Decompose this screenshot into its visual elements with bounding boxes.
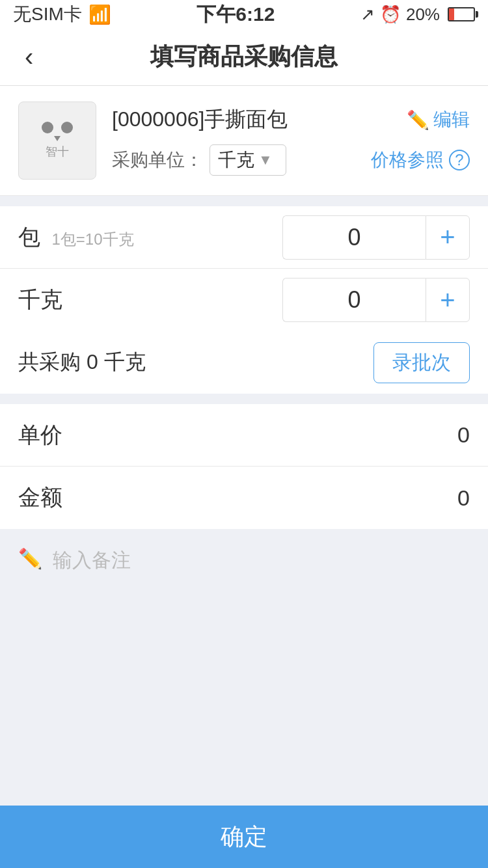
qianke-plus-button[interactable]: + [426, 278, 470, 322]
remark-placeholder: 输入备注 [53, 547, 131, 574]
unit-price-label: 单价 [18, 420, 62, 450]
price-ref-button[interactable]: 价格参照 ? [371, 148, 470, 172]
bao-input-row: 包 1包=10千克 + [0, 206, 488, 269]
unit-price-value: 0 [457, 422, 470, 448]
bao-label: 包 1包=10千克 [18, 223, 282, 252]
help-icon: ? [449, 150, 470, 170]
qianke-field-wrap: + [282, 278, 470, 322]
unit-label: 采购单位： [112, 148, 203, 172]
section-separator-1 [0, 196, 488, 206]
bao-input[interactable] [282, 215, 426, 260]
battery-icon [448, 7, 475, 21]
confirm-button[interactable]: 确定 [221, 821, 267, 853]
batch-button[interactable]: 录批次 [373, 342, 470, 383]
pencil-icon: ✏️ [18, 547, 42, 570]
nav-bar: ‹ 填写商品采购信息 [0, 29, 488, 86]
fill-area [0, 594, 488, 841]
unit-select[interactable]: 千克 ▼ [210, 144, 286, 176]
bao-field-wrap: + [282, 215, 470, 260]
edit-icon: ✏️ [407, 109, 429, 131]
amount-value: 0 [457, 485, 470, 511]
confirm-bar[interactable]: 确定 [0, 806, 488, 868]
qianke-input[interactable] [282, 278, 426, 322]
alarm-icon: ⏰ [380, 5, 401, 25]
edit-button[interactable]: ✏️ 编辑 [407, 107, 470, 132]
product-card: 智十 [0000006]手撕面包 ✏️ 编辑 采购单位： 千克 ▼ 价格参照 ? [0, 86, 488, 196]
amount-row: 金额 0 [0, 467, 488, 529]
back-button[interactable]: ‹ [18, 36, 40, 78]
amount-label: 金额 [18, 483, 62, 513]
status-bar: 无SIM卡 📶 下午6:12 ↗ ⏰ 20% [0, 0, 488, 29]
input-section: 包 1包=10千克 + 千克 + [0, 206, 488, 331]
wifi-icon: 📶 [88, 4, 111, 25]
product-name-row: [0000006]手撕面包 ✏️ 编辑 [112, 105, 470, 134]
remark-section[interactable]: ✏️ 输入备注 [0, 529, 488, 594]
chevron-down-icon: ▼ [258, 152, 273, 169]
section-separator-2 [0, 394, 488, 404]
unit-row: 采购单位： 千克 ▼ 价格参照 ? [112, 144, 470, 176]
qianke-input-row: 千克 + [0, 269, 488, 331]
page-title: 填写商品采购信息 [150, 41, 338, 73]
price-section: 单价 0 金额 0 [0, 404, 488, 529]
qianke-label: 千克 [18, 285, 282, 315]
bao-plus-button[interactable]: + [426, 215, 470, 260]
unit-price-row: 单价 0 [0, 404, 488, 467]
status-right: ↗ ⏰ 20% [360, 5, 475, 25]
battery-percent: 20% [406, 5, 440, 25]
product-image: 智十 [18, 102, 96, 180]
product-info: [0000006]手撕面包 ✏️ 编辑 采购单位： 千克 ▼ 价格参照 ? [112, 105, 470, 176]
summary-row: 共采购 0 千克 录批次 [0, 331, 488, 394]
summary-text: 共采购 0 千克 [18, 348, 146, 377]
status-left: 无SIM卡 📶 [13, 2, 111, 27]
product-name: [0000006]手撕面包 [112, 105, 288, 134]
bao-sublabel: 1包=10千克 [51, 230, 133, 248]
carrier-label: 无SIM卡 [13, 2, 82, 27]
status-time: 下午6:12 [197, 1, 275, 28]
location-icon: ↗ [360, 5, 375, 25]
